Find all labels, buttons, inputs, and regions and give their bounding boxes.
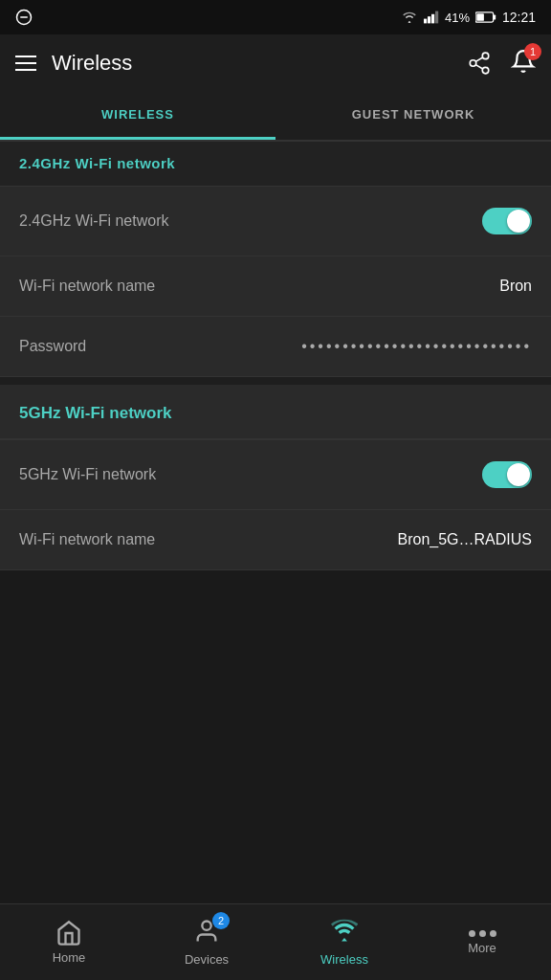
status-bar-right: 41% 12:21 [401, 10, 536, 25]
svg-rect-7 [494, 14, 496, 19]
row-2ghz-password-label: Password [19, 338, 86, 355]
svg-rect-5 [435, 11, 438, 24]
share-icon[interactable] [467, 51, 492, 76]
nav-home-label: Home [53, 950, 86, 965]
svg-point-9 [482, 53, 489, 59]
row-2ghz-toggle-label: 2.4GHz Wi-Fi network [19, 212, 168, 230]
wifi-nav-icon [331, 918, 358, 945]
svg-rect-2 [424, 19, 427, 24]
home-icon [55, 920, 82, 947]
header-right: 1 [467, 49, 536, 78]
section-header-5ghz-label: 5GHz Wi-Fi network [19, 404, 171, 422]
nav-item-devices[interactable]: 2 Devices [138, 910, 276, 974]
svg-line-12 [475, 65, 482, 69]
nav-wireless-label: Wireless [320, 952, 368, 967]
svg-rect-4 [431, 14, 434, 24]
nav-item-home[interactable]: Home [0, 912, 138, 972]
section-header-5ghz: 5GHz Wi-Fi network [0, 385, 551, 439]
status-bar: 41% 12:21 [0, 0, 551, 34]
row-2ghz-password-value: •••••••••••••••••••••••••••• [301, 338, 532, 355]
toggle-knob-2ghz [507, 210, 530, 233]
nav-devices-label: Devices [185, 952, 229, 967]
wifi-status-icon [401, 11, 418, 24]
tab-wireless[interactable]: WIRELESS [0, 92, 276, 140]
more-icon [469, 930, 496, 937]
row-2ghz-password[interactable]: Password •••••••••••••••••••••••••••• [0, 317, 551, 377]
nav-wifi-icon [331, 918, 358, 948]
row-5ghz-name[interactable]: Wi-Fi network name Bron_5G…RADIUS [0, 510, 551, 570]
row-5ghz-toggle[interactable]: 5GHz Wi-Fi network [0, 440, 551, 510]
minus-circle-icon [15, 9, 33, 26]
row-2ghz-name-label: Wi-Fi network name [19, 278, 155, 295]
row-5ghz-name-value: Bron_5G…RADIUS [398, 531, 533, 548]
content-area: 2.4GHz Wi-Fi network 2.4GHz Wi-Fi networ… [0, 142, 551, 570]
section-divider [0, 377, 551, 385]
toggle-5ghz[interactable] [482, 461, 532, 488]
nav-item-wireless[interactable]: Wireless [276, 910, 413, 974]
tab-guest-network[interactable]: GUEST NETWORK [276, 92, 551, 140]
time-display: 12:21 [502, 10, 536, 25]
dot-3 [490, 930, 496, 937]
header-left: Wireless [15, 51, 132, 76]
svg-rect-8 [476, 13, 484, 21]
section-header-2ghz-label: 2.4GHz Wi-Fi network [19, 155, 175, 171]
bottom-nav: Home 2 Devices Wireless [0, 903, 551, 980]
status-bar-left [15, 9, 33, 26]
row-5ghz-toggle-label: 5GHz Wi-Fi network [19, 466, 156, 483]
tab-bar: WIRELESS GUEST NETWORK [0, 92, 551, 142]
row-2ghz-name-value: Bron [499, 278, 532, 295]
nav-item-more[interactable]: More [413, 923, 551, 963]
notification-badge: 1 [524, 43, 541, 60]
page-title: Wireless [52, 51, 132, 76]
row-5ghz-name-label: Wi-Fi network name [19, 531, 155, 548]
battery-icon [475, 11, 496, 23]
signal-icon [424, 11, 439, 24]
app-header: Wireless 1 [0, 34, 551, 92]
svg-point-10 [470, 60, 476, 67]
menu-button[interactable] [15, 56, 36, 71]
section-header-2ghz: 2.4GHz Wi-Fi network [0, 142, 551, 187]
svg-rect-3 [428, 16, 430, 23]
devices-badge: 2 [212, 912, 230, 929]
svg-point-11 [482, 67, 489, 74]
toggle-2ghz[interactable] [482, 208, 532, 234]
svg-line-13 [475, 57, 482, 61]
battery-percent: 41% [445, 11, 470, 25]
toggle-knob-5ghz [507, 463, 530, 486]
dot-1 [469, 930, 475, 937]
dot-2 [479, 930, 486, 937]
svg-point-14 [202, 922, 210, 930]
row-2ghz-toggle[interactable]: 2.4GHz Wi-Fi network [0, 187, 551, 256]
nav-devices-wrapper: 2 [193, 918, 220, 948]
nav-more-label: More [468, 941, 496, 955]
notification-wrapper[interactable]: 1 [511, 49, 536, 78]
row-2ghz-name[interactable]: Wi-Fi network name Bron [0, 256, 551, 317]
